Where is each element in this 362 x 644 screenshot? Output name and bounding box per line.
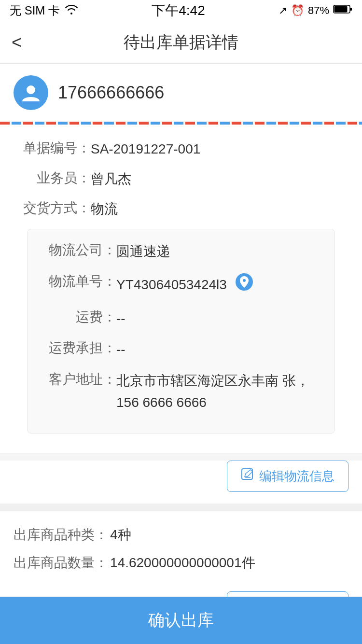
tracking-number-label: 物流单号： (39, 272, 116, 291)
section-divider (0, 504, 362, 511)
carrier-text: 无 SIM 卡 (10, 3, 60, 18)
order-number-value: SA-20191227-001 (91, 139, 348, 159)
tracking-number-row: 物流单号： YT43064053424l3 (39, 272, 323, 298)
confirm-btn-container: 确认出库 (0, 597, 362, 644)
sales-person-value: 曾凡杰 (91, 169, 348, 189)
edit-btn-row: 编辑物流信息 (0, 461, 362, 504)
avatar (14, 75, 48, 110)
tracking-number-value: YT43064053424l3 (116, 272, 323, 298)
goods-type-label: 出库商品种类： (14, 526, 110, 544)
freight-responsible-value: -- (116, 339, 323, 361)
logistics-card: 物流公司： 圆通速递 物流单号： YT43064053424l3 (27, 229, 335, 434)
edit-logistics-label: 编辑物流信息 (259, 468, 334, 485)
goods-section: 出库商品种类： 4种 出库商品数量： 14.620000000000001件 (0, 511, 362, 591)
alarm-icon: ⏰ (291, 4, 304, 17)
freight-responsible-label: 运费承担： (39, 339, 116, 357)
logistics-company-value: 圆通速递 (116, 241, 323, 263)
battery-text: 87% (308, 4, 329, 17)
nav-bar: < 待出库单据详情 (0, 21, 362, 64)
delivery-method-value: 物流 (91, 199, 348, 219)
map-location-icon[interactable] (235, 272, 254, 298)
confirm-outbound-button[interactable]: 确认出库 (0, 609, 362, 631)
freight-responsible-row: 运费承担： -- (39, 339, 323, 361)
sales-person-row: 业务员： 曾凡杰 (14, 169, 348, 189)
order-number-row: 单据编号： SA-20191227-001 (14, 139, 348, 159)
svg-rect-2 (334, 6, 348, 13)
logistics-company-label: 物流公司： (39, 241, 116, 259)
svg-rect-1 (350, 8, 352, 11)
delivery-method-row: 交货方式： 物流 (14, 199, 348, 219)
address-label: 客户地址： (39, 370, 116, 389)
freight-label: 运费： (39, 308, 116, 326)
battery-icon (333, 4, 352, 17)
status-time: 下午4:42 (152, 1, 205, 20)
delivery-method-label: 交货方式： (14, 199, 91, 217)
sales-person-label: 业务员： (14, 169, 91, 187)
status-left: 无 SIM 卡 (10, 3, 78, 18)
status-right: ↗ ⏰ 87% (278, 4, 352, 17)
goods-quantity-label: 出库商品数量： (14, 554, 110, 572)
goods-type-row: 出库商品种类： 4种 (14, 526, 348, 544)
goods-type-value: 4种 (110, 526, 131, 544)
nav-title: 待出库单据详情 (124, 31, 238, 54)
freight-value: -- (116, 308, 323, 330)
order-number-label: 单据编号： (14, 139, 91, 157)
order-info-section: 单据编号： SA-20191227-001 业务员： 曾凡杰 交货方式： 物流 … (0, 125, 362, 453)
main-content: 17666666666 单据编号： SA-20191227-001 业务员： 曾… (0, 64, 362, 644)
edit-logistics-button[interactable]: 编辑物流信息 (227, 461, 348, 492)
customer-header: 17666666666 (0, 64, 362, 122)
location-status-icon: ↗ (278, 4, 287, 17)
freight-row: 运费： -- (39, 308, 323, 330)
goods-quantity-value: 14.620000000000001件 (110, 554, 255, 572)
wifi-icon (65, 4, 78, 17)
logistics-company-row: 物流公司： 圆通速递 (39, 241, 323, 263)
customer-phone: 17666666666 (58, 83, 164, 103)
edit-icon (241, 468, 254, 485)
status-bar: 无 SIM 卡 下午4:42 ↗ ⏰ 87% (0, 0, 362, 21)
address-value: 北京市市辖区海淀区永丰南 张，156 6666 6666 (116, 370, 323, 414)
address-row: 客户地址： 北京市市辖区海淀区永丰南 张，156 6666 6666 (39, 370, 323, 414)
goods-quantity-row: 出库商品数量： 14.620000000000001件 (14, 554, 348, 572)
back-button[interactable]: < (12, 32, 22, 53)
svg-point-3 (27, 85, 35, 94)
